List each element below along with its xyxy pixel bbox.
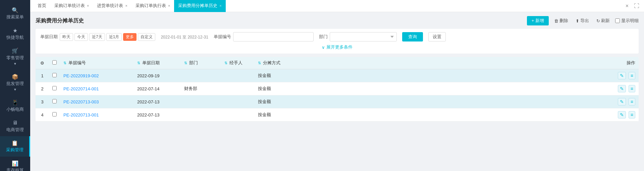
date-btn-custom[interactable]: 自定义 bbox=[138, 33, 155, 41]
row-actions: ✎ ≡ bbox=[612, 111, 635, 118]
row-checkbox[interactable] bbox=[52, 99, 57, 103]
th-doc-no[interactable]: ⇅ 单据编号 bbox=[60, 57, 134, 69]
refresh-button[interactable]: ↻ 刷新 bbox=[594, 16, 612, 25]
edit-icon[interactable]: ✎ bbox=[618, 72, 626, 79]
th-handler[interactable]: ⇅ 经手人 bbox=[221, 57, 255, 69]
date-filter-label: 单据日期 bbox=[40, 34, 58, 40]
edit-icon[interactable]: ✎ bbox=[618, 85, 626, 92]
expand-more-btn[interactable]: ∨ 展开更多条件 bbox=[322, 44, 353, 50]
expand-icon: ∨ bbox=[322, 45, 325, 50]
show-col-checkbox[interactable] bbox=[615, 18, 620, 23]
row-checkbox[interactable] bbox=[52, 86, 57, 90]
tab-purchase-order-stat[interactable]: 采购订单统计表 × bbox=[50, 0, 93, 12]
filter-row-main: 单据日期 昨天 今天 近7天 近1月 更多 自定义 2022-01-01 至 2… bbox=[40, 32, 634, 41]
detail-icon[interactable]: ≡ bbox=[629, 111, 635, 118]
sidebar-item-wholesale[interactable]: 📦 批发管理 ▼ bbox=[0, 70, 30, 96]
filter-dept: 部门 bbox=[319, 32, 397, 41]
row-actions: ✎ ≡ bbox=[612, 85, 635, 92]
tab-home[interactable]: 首页 bbox=[34, 0, 50, 12]
sidebar-item-retail[interactable]: 🛒 零售管理 ▼ bbox=[0, 44, 30, 70]
maximize-button[interactable]: ⛶ bbox=[633, 3, 641, 9]
doc-no-link[interactable]: PE-20220714-001 bbox=[63, 86, 99, 91]
detail-icon[interactable]: ≡ bbox=[629, 85, 635, 92]
sidebar-item-search[interactable]: 🔍 搜索菜单 bbox=[0, 3, 30, 24]
cell-handler bbox=[221, 108, 255, 121]
date-btn-more[interactable]: 更多 bbox=[123, 33, 137, 41]
filter-date-range: 2022-01-01 至 2022-12-31 bbox=[161, 34, 208, 40]
doc-no-link[interactable]: PE-20220713-001 bbox=[63, 112, 99, 117]
cell-check[interactable] bbox=[49, 82, 60, 95]
dept-select[interactable] bbox=[330, 32, 397, 41]
th-split-method[interactable]: ⇅ 分摊方式 bbox=[255, 57, 608, 69]
date-btn-7days[interactable]: 近7天 bbox=[89, 33, 105, 41]
doc-no-input[interactable] bbox=[233, 32, 314, 41]
th-doc-date[interactable]: ⇅ 单据日期 bbox=[134, 57, 181, 69]
cell-split-method: 按金额 bbox=[255, 108, 608, 121]
expand-row: ∨ 展开更多条件 bbox=[40, 44, 634, 50]
cell-doc-date: 2022-07-14 bbox=[134, 82, 181, 95]
row-checkbox[interactable] bbox=[52, 73, 57, 77]
refresh-icon: ↻ bbox=[596, 18, 600, 23]
row-checkbox[interactable] bbox=[52, 112, 57, 116]
cell-split-method: 按金额 bbox=[255, 95, 608, 108]
cell-check[interactable] bbox=[49, 108, 60, 121]
table-row: 3 PE-20220713-003 2022-07-13 按金额 ✎ ≡ bbox=[36, 95, 639, 108]
date-buttons: 昨天 今天 近7天 近1月 更多 自定义 bbox=[60, 33, 155, 41]
sort-icon-dept: ⇅ bbox=[184, 61, 187, 65]
tab-purchase-cost-split[interactable]: 采购费用分摊单历史 × bbox=[174, 0, 225, 12]
detail-icon[interactable]: ≡ bbox=[629, 72, 635, 79]
cell-ops: ✎ ≡ bbox=[608, 108, 639, 121]
table-header-row: ⚙ ⇅ 单据编号 ⇅ 单据日期 bbox=[36, 57, 639, 69]
sidebar-item-purchase[interactable]: 📋 采购管理 bbox=[0, 136, 30, 157]
cell-doc-no: PE-20220919-002 bbox=[60, 69, 134, 82]
cell-split-method: 按金额 bbox=[255, 69, 608, 82]
select-all-checkbox[interactable] bbox=[52, 60, 57, 65]
detail-icon[interactable]: ≡ bbox=[629, 98, 635, 105]
cell-check[interactable] bbox=[49, 69, 60, 82]
cell-doc-no: PE-20220713-003 bbox=[60, 95, 134, 108]
settings-gear-icon: ⚙ bbox=[40, 61, 44, 66]
data-table-container: ⚙ ⇅ 单据编号 ⇅ 单据日期 bbox=[36, 57, 639, 121]
cell-seq: 3 bbox=[36, 95, 49, 108]
sidebar-item-shortcut[interactable]: ★ 快捷导航 bbox=[0, 24, 30, 44]
add-button[interactable]: + 新增 bbox=[527, 16, 549, 25]
cell-seq: 2 bbox=[36, 82, 49, 95]
sidebar: 🔍 搜索菜单 ★ 快捷导航 🛒 零售管理 ▼ 📦 批发管理 ▼ 📱 小畅电商 🖥… bbox=[0, 0, 30, 171]
doc-no-link[interactable]: PE-20220713-003 bbox=[63, 99, 99, 104]
cell-dept bbox=[181, 108, 221, 121]
cell-dept bbox=[181, 69, 221, 82]
delete-button[interactable]: 🗑 删除 bbox=[552, 16, 570, 25]
date-btn-1month[interactable]: 近1月 bbox=[106, 33, 122, 41]
close-tab-purchase-order-stat[interactable]: × bbox=[87, 4, 89, 8]
th-dept[interactable]: ⇅ 部门 bbox=[181, 57, 221, 69]
sidebar-item-mini[interactable]: 📱 小畅电商 bbox=[0, 96, 30, 116]
th-check[interactable] bbox=[49, 57, 60, 69]
close-tab-purchase-order-exec[interactable]: × bbox=[168, 4, 170, 8]
table-row: 2 PE-20220714-001 2022-07-14 财务部 按金额 ✎ ≡ bbox=[36, 82, 639, 95]
cell-dept: 财务部 bbox=[181, 82, 221, 95]
doc-no-link[interactable]: PE-20220919-002 bbox=[63, 73, 99, 78]
filter-date: 单据日期 昨天 今天 近7天 近1月 更多 自定义 bbox=[40, 33, 155, 41]
edit-icon[interactable]: ✎ bbox=[618, 98, 626, 105]
cell-split-method: 按金额 bbox=[255, 82, 608, 95]
date-btn-today[interactable]: 今天 bbox=[74, 33, 88, 41]
th-ops: 操作 bbox=[608, 57, 639, 69]
export-icon: ⬆ bbox=[576, 18, 579, 23]
sidebar-item-inventory[interactable]: 📊 库存核算 bbox=[0, 157, 30, 171]
show-col-label[interactable]: 显示明细 bbox=[615, 18, 639, 24]
th-settings[interactable]: ⚙ bbox=[36, 57, 49, 69]
date-btn-yesterday[interactable]: 昨天 bbox=[60, 33, 73, 41]
query-button[interactable]: 查询 bbox=[402, 32, 423, 41]
tab-purchase-order-exec[interactable]: 采购订单执行表 × bbox=[131, 0, 174, 12]
close-tab-purchase-cost-split[interactable]: × bbox=[219, 4, 221, 8]
close-tab-goods-in-stat[interactable]: × bbox=[125, 4, 127, 8]
cell-check[interactable] bbox=[49, 95, 60, 108]
sidebar-item-ecommerce[interactable]: 🖥 电商管理 bbox=[0, 116, 30, 136]
close-all-tabs-button[interactable]: × bbox=[624, 3, 630, 9]
export-button[interactable]: ⬆ 导出 bbox=[574, 16, 591, 25]
cell-handler bbox=[221, 95, 255, 108]
tab-goods-in-stat[interactable]: 进货单统计表 × bbox=[93, 0, 131, 12]
content-area: 采购费用分摊单历史 + 新增 🗑 删除 ⬆ 导出 ↻ 刷新 显示明细 bbox=[30, 12, 644, 171]
edit-icon[interactable]: ✎ bbox=[618, 111, 626, 118]
settings-button[interactable]: 设置 bbox=[428, 32, 446, 41]
